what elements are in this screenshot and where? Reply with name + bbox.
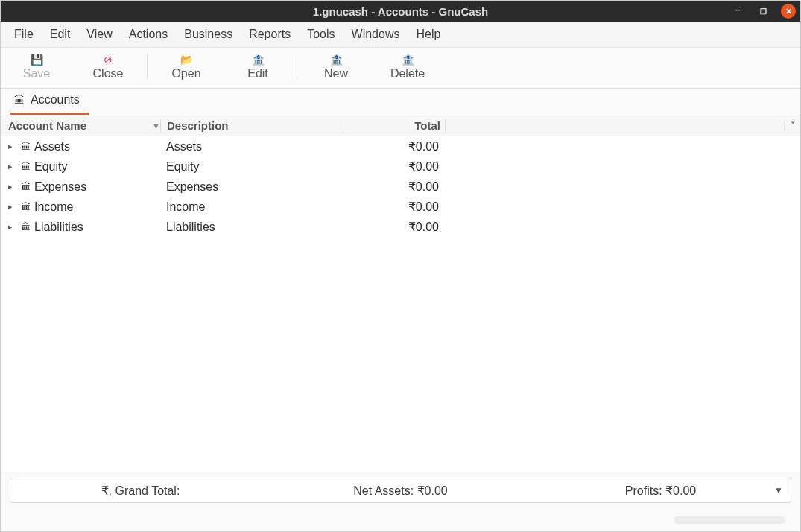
save-button[interactable]: 💾 Save [1, 49, 72, 83]
edit-button[interactable]: 🏦 Edit [222, 49, 294, 83]
save-label: Save [23, 67, 50, 80]
open-button[interactable]: 📂 Open [151, 49, 222, 83]
account-name: Income [34, 200, 73, 214]
status-dropdown-icon[interactable]: ▼ [774, 485, 783, 495]
new-icon: 🏦 [329, 54, 343, 66]
table-row[interactable]: ▸ 🏛 Assets Assets ₹0.00 [1, 136, 800, 156]
window-title: 1.gnucash - Accounts - GnuCash [1, 5, 800, 18]
menu-windows[interactable]: Windows [344, 25, 408, 44]
menu-reports[interactable]: Reports [241, 25, 298, 44]
bank-icon: 🏛 [21, 181, 31, 192]
account-total: ₹0.00 [342, 180, 443, 194]
bank-icon: 🏛 [14, 94, 25, 106]
account-total: ₹0.00 [342, 159, 443, 174]
save-icon: 💾 [30, 54, 43, 66]
column-header-name[interactable]: Account Name ▼ [1, 119, 160, 132]
column-description-label: Description [167, 119, 229, 132]
menu-help[interactable]: Help [408, 25, 448, 44]
table-row[interactable]: ▸ 🏛 Equity Equity ₹0.00 [1, 156, 800, 177]
expand-icon[interactable]: ▸ [8, 202, 17, 212]
menu-tools[interactable]: Tools [300, 25, 342, 44]
sort-indicator-icon: ▼ [152, 121, 160, 130]
expand-icon[interactable]: ▸ [8, 162, 17, 171]
column-total-label: Total [414, 119, 440, 132]
tab-strip: 🏛 Accounts [1, 89, 800, 115]
account-total: ₹0.00 [342, 139, 443, 153]
tab-accounts[interactable]: 🏛 Accounts [10, 89, 89, 115]
toolbar-separator [147, 54, 148, 79]
account-name: Assets [34, 140, 70, 153]
menu-edit[interactable]: Edit [42, 25, 78, 44]
column-name-label: Account Name [8, 119, 86, 132]
expand-icon[interactable]: ▸ [8, 182, 17, 191]
menu-actions[interactable]: Actions [121, 25, 175, 44]
edit-icon: 🏦 [251, 54, 265, 66]
menu-bar: File Edit View Actions Business Reports … [1, 22, 800, 48]
open-icon: 📂 [180, 54, 193, 66]
account-description: Liabilities [160, 221, 342, 234]
window-controls [730, 4, 796, 19]
close-label: Close [93, 67, 124, 80]
status-net-assets: Net Assets: ₹0.00 [270, 484, 531, 498]
close-button[interactable]: ⊘ Close [72, 49, 144, 83]
status-profits: Profits: ₹0.00 [531, 484, 791, 498]
expand-icon[interactable]: ▸ [8, 222, 17, 232]
bank-icon: 🏛 [21, 161, 31, 172]
menu-file[interactable]: File [7, 25, 41, 44]
title-bar: 1.gnucash - Accounts - GnuCash [1, 1, 800, 22]
menu-business[interactable]: Business [177, 25, 240, 44]
edit-label: Edit [247, 67, 268, 80]
bank-icon: 🏛 [21, 221, 31, 232]
account-description: Expenses [160, 180, 342, 194]
account-total: ₹0.00 [342, 220, 443, 234]
account-tree: ▸ 🏛 Assets Assets ₹0.00 ▸ 🏛 Equity Equit… [1, 136, 800, 472]
window-footer [1, 509, 800, 531]
status-grand-total: ₹, Grand Total: [10, 484, 270, 498]
close-window-button[interactable] [781, 4, 796, 19]
status-bar[interactable]: ₹, Grand Total: Net Assets: ₹0.00 Profit… [10, 478, 791, 503]
new-button[interactable]: 🏦 New [300, 49, 372, 83]
expand-icon[interactable]: ▸ [8, 142, 17, 151]
account-description: Equity [160, 160, 342, 174]
bank-icon: 🏛 [21, 201, 31, 212]
menu-view[interactable]: View [79, 25, 119, 44]
column-header-description[interactable]: Description [161, 119, 343, 132]
toolbar: 💾 Save ⊘ Close 📂 Open 🏦 Edit 🏦 New [1, 48, 800, 89]
table-row[interactable]: ▸ 🏛 Expenses Expenses ₹0.00 [1, 177, 800, 197]
resize-grip[interactable] [674, 516, 785, 524]
minimize-button[interactable] [730, 4, 745, 19]
delete-label: Delete [390, 67, 425, 80]
toolbar-separator [297, 54, 297, 79]
account-description: Income [160, 200, 342, 214]
delete-icon: 🏦 [401, 54, 414, 66]
table-row[interactable]: ▸ 🏛 Liabilities Liabilities ₹0.00 [1, 217, 800, 237]
bank-icon: 🏛 [21, 141, 31, 152]
account-name: Liabilities [34, 221, 83, 234]
close-icon: ⊘ [101, 54, 115, 66]
account-name: Equity [34, 160, 67, 174]
delete-button[interactable]: 🏦 Delete [372, 49, 443, 83]
new-label: New [324, 67, 348, 80]
account-description: Assets [160, 140, 342, 153]
table-row[interactable]: ▸ 🏛 Income Income ₹0.00 [1, 197, 800, 217]
tab-label: Accounts [31, 93, 80, 107]
column-header-total[interactable]: Total [343, 119, 445, 132]
tree-header: Account Name ▼ Description Total ˅ [1, 115, 800, 136]
account-name: Expenses [34, 180, 86, 194]
maximize-button[interactable] [756, 4, 770, 19]
app-window: 1.gnucash - Accounts - GnuCash File Edit… [0, 0, 801, 532]
column-chooser-button[interactable]: ˅ [784, 121, 800, 131]
open-label: Open [171, 67, 200, 80]
account-total: ₹0.00 [342, 200, 443, 214]
